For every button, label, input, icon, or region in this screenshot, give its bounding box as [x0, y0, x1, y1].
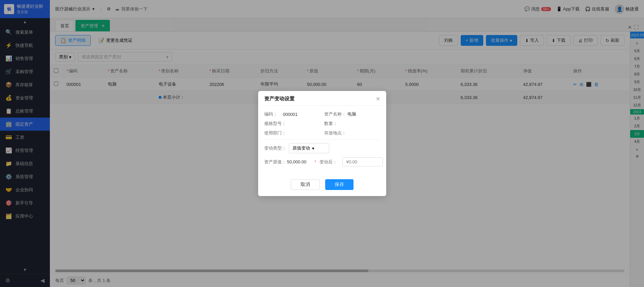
save-button[interactable]: 保存 [325, 179, 354, 190]
cancel-button[interactable]: 取消 [291, 179, 320, 190]
asset-value-display: 50,000.00 [287, 159, 307, 164]
dialog-row-3: 使用部门： 存放地点： [264, 130, 380, 136]
code-value: 000001 [283, 112, 298, 117]
chevron-down-icon: ▾ [312, 146, 314, 151]
dialog-field-quantity: 数量： [324, 121, 380, 127]
dialog-row-1: 编码： 000001 资产名称： 电脑 [264, 111, 380, 117]
spec-label: 规格型号： [264, 121, 286, 127]
dialog-change-type-row: 变动类型： 原值变动 ▾ [264, 143, 380, 153]
code-label: 编码： [264, 111, 282, 117]
dialog-field-dept: 使用部门： [264, 130, 320, 136]
dialog-body: 编码： 000001 资产名称： 电脑 规格型号： 数量： [258, 106, 386, 176]
dialog-footer: 取消 保存 [258, 176, 386, 196]
dialog-value-row: 资产原值： 50,000.00 * 变动后： [264, 157, 380, 166]
dialog-overlay[interactable]: 资产变动设置 ✕ 编码： 000001 资产名称： 电脑 规格型号： [0, 0, 644, 287]
location-label: 存放地点： [324, 130, 346, 136]
asset-change-dialog: 资产变动设置 ✕ 编码： 000001 资产名称： 电脑 规格型号： [258, 91, 386, 196]
after-change-input[interactable] [342, 157, 383, 166]
dialog-divider [264, 139, 380, 140]
dialog-row-2: 规格型号： 数量： [264, 121, 380, 127]
asset-name-value: 电脑 [347, 111, 356, 117]
dialog-header: 资产变动设置 ✕ [258, 91, 386, 106]
change-type-label: 变动类型： [264, 145, 286, 151]
required-mark: * [314, 159, 316, 164]
dialog-field-location: 存放地点： [324, 130, 380, 136]
dialog-close-button[interactable]: ✕ [376, 96, 380, 102]
dialog-field-spec: 规格型号： [264, 121, 320, 127]
change-type-select[interactable]: 原值变动 ▾ [289, 143, 329, 153]
after-change-label: 变动后： [319, 159, 340, 165]
change-type-value: 原值变动 [293, 145, 310, 151]
dialog-title: 资产变动设置 [264, 96, 295, 102]
dialog-field-code: 编码： 000001 [264, 111, 320, 117]
dialog-field-asset-name: 资产名称： 电脑 [324, 111, 380, 117]
quantity-label: 数量： [324, 121, 342, 127]
dept-label: 使用部门： [264, 130, 286, 136]
asset-value-label: 资产原值： [264, 159, 284, 165]
asset-name-label: 资产名称： [324, 111, 346, 117]
